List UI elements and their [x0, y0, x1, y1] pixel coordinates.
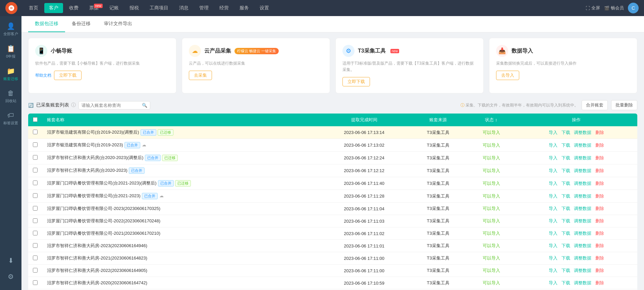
nav-item-tax[interactable]: 报税 — [125, 3, 144, 13]
action-导入[interactable]: 导入 — [547, 206, 559, 211]
action-调整数据[interactable]: 调整数据 — [573, 231, 593, 236]
nav-item-manage[interactable]: 管理 — [195, 3, 213, 13]
nav-item-invoice[interactable]: 票据 new — [85, 3, 103, 13]
nav-item-client[interactable]: 客户 — [44, 3, 63, 13]
action-下载[interactable]: 下载 — [560, 268, 572, 273]
action-删除[interactable]: 删除 — [594, 194, 605, 199]
row-checkbox[interactable] — [33, 155, 38, 160]
tab-backup-migration[interactable]: 备份迁移 — [65, 16, 97, 32]
action-下载[interactable]: 下载 — [560, 168, 572, 173]
action-删除[interactable]: 删除 — [594, 181, 605, 186]
action-导入[interactable]: 导入 — [547, 194, 559, 199]
member-button[interactable]: 🎬 畅会员 — [604, 5, 624, 11]
row-checkbox[interactable] — [33, 168, 38, 172]
row-checkbox[interactable] — [33, 142, 38, 147]
action-删除[interactable]: 删除 — [594, 256, 605, 261]
action-导入[interactable]: 导入 — [547, 268, 559, 273]
row-checkbox[interactable] — [33, 280, 38, 285]
action-删除[interactable]: 删除 — [594, 243, 605, 248]
xiaochang-help-link[interactable]: 帮助文档 — [35, 73, 51, 78]
merge-button[interactable]: 合并账套 — [582, 100, 608, 110]
action-调整数据[interactable]: 调整数据 — [573, 206, 593, 211]
row-checkbox[interactable] — [33, 193, 38, 198]
sidebar-item-tag-settings[interactable]: 🏷 标签设置 — [0, 108, 21, 129]
action-下载[interactable]: 下载 — [560, 206, 572, 211]
nav-item-message[interactable]: 消息 — [174, 3, 193, 13]
action-删除[interactable]: 删除 — [594, 280, 605, 285]
nav-item-home[interactable]: 首页 — [24, 3, 43, 13]
action-导入[interactable]: 导入 — [547, 181, 559, 186]
sidebar-item-user[interactable]: ⚙ — [6, 269, 16, 284]
action-删除[interactable]: 删除 — [594, 168, 605, 173]
action-下载[interactable]: 下载 — [560, 280, 572, 285]
tab-audit-export[interactable]: 审计文件导出 — [97, 16, 139, 32]
action-删除[interactable]: 删除 — [594, 130, 605, 135]
action-调整数据[interactable]: 调整数据 — [573, 130, 593, 135]
sidebar-item-recycle[interactable]: 🗑 回收站 — [0, 86, 21, 107]
batch-delete-button[interactable]: 批量删除 — [611, 100, 637, 110]
refresh-icon[interactable]: 🔄 — [28, 103, 34, 108]
action-下载[interactable]: 下载 — [560, 218, 572, 223]
import-goto-button[interactable]: 去导入 — [496, 71, 519, 80]
sidebar-item-all-clients[interactable]: 👤 全部客户 — [0, 19, 21, 40]
action-删除[interactable]: 删除 — [594, 206, 605, 211]
action-删除[interactable]: 删除 — [594, 218, 605, 223]
row-checkbox[interactable] — [33, 243, 38, 248]
action-删除[interactable]: 删除 — [594, 268, 605, 273]
action-调整数据[interactable]: 调整数据 — [573, 168, 593, 173]
action-下载[interactable]: 下载 — [560, 243, 572, 248]
fullscreen-button[interactable]: ⛶ 全屏 — [586, 5, 600, 11]
sidebar-item-zero-report[interactable]: 📋 0申报 — [0, 41, 21, 62]
action-下载[interactable]: 下载 — [560, 231, 572, 236]
row-checkbox[interactable] — [33, 231, 38, 235]
t3-download-button[interactable]: 立即下载 — [342, 77, 370, 86]
action-删除[interactable]: 删除 — [594, 143, 605, 148]
nav-item-service[interactable]: 服务 — [235, 3, 254, 13]
action-调整数据[interactable]: 调整数据 — [573, 143, 593, 148]
action-下载[interactable]: 下载 — [560, 130, 572, 135]
user-avatar[interactable]: C — [628, 3, 639, 13]
action-导入[interactable]: 导入 — [547, 155, 559, 160]
action-调整数据[interactable]: 调整数据 — [573, 155, 593, 160]
row-checkbox[interactable] — [33, 130, 38, 134]
nav-item-business[interactable]: 工商项目 — [145, 3, 173, 13]
action-删除[interactable]: 删除 — [594, 231, 605, 236]
col-status[interactable]: 状态 ↕ — [467, 114, 516, 126]
action-导入[interactable]: 导入 — [547, 280, 559, 285]
action-调整数据[interactable]: 调整数据 — [573, 280, 593, 285]
nav-item-operate[interactable]: 经营 — [215, 3, 233, 13]
action-调整数据[interactable]: 调整数据 — [573, 256, 593, 261]
row-checkbox[interactable] — [33, 180, 38, 185]
action-下载[interactable]: 下载 — [560, 194, 572, 199]
search-input[interactable] — [82, 103, 142, 108]
row-checkbox[interactable] — [33, 218, 38, 223]
app-logo[interactable] — [5, 2, 17, 14]
sidebar-item-account-transfer[interactable]: 📁 账套迁移 — [0, 64, 21, 85]
action-下载[interactable]: 下载 — [560, 143, 572, 148]
cloud-collect-button[interactable]: 去采集 — [189, 71, 212, 80]
search-icon[interactable]: 🔍 — [142, 103, 147, 108]
row-checkbox[interactable] — [33, 256, 38, 260]
nav-item-account[interactable]: 记账 — [105, 3, 123, 13]
list-title-help-icon[interactable]: ⓘ — [71, 102, 76, 108]
action-导入[interactable]: 导入 — [547, 243, 559, 248]
action-调整数据[interactable]: 调整数据 — [573, 268, 593, 273]
action-下载[interactable]: 下载 — [560, 181, 572, 186]
select-all-checkbox[interactable] — [33, 117, 38, 122]
action-删除[interactable]: 删除 — [594, 155, 605, 160]
action-导入[interactable]: 导入 — [547, 130, 559, 135]
action-导入[interactable]: 导入 — [547, 231, 559, 236]
action-导入[interactable]: 导入 — [547, 218, 559, 223]
row-checkbox[interactable] — [33, 206, 38, 211]
nav-item-fee[interactable]: 收费 — [64, 3, 83, 13]
action-导入[interactable]: 导入 — [547, 256, 559, 261]
row-checkbox[interactable] — [33, 268, 38, 273]
action-调整数据[interactable]: 调整数据 — [573, 243, 593, 248]
nav-item-settings[interactable]: 设置 — [255, 3, 274, 13]
action-调整数据[interactable]: 调整数据 — [573, 181, 593, 186]
tab-data-migration[interactable]: 数据包迁移 — [28, 16, 65, 32]
xiaochang-download-button[interactable]: 立即下载 — [54, 71, 82, 80]
sidebar-item-download[interactable]: ⬇ — [6, 253, 16, 268]
action-调整数据[interactable]: 调整数据 — [573, 194, 593, 199]
action-导入[interactable]: 导入 — [547, 143, 559, 148]
